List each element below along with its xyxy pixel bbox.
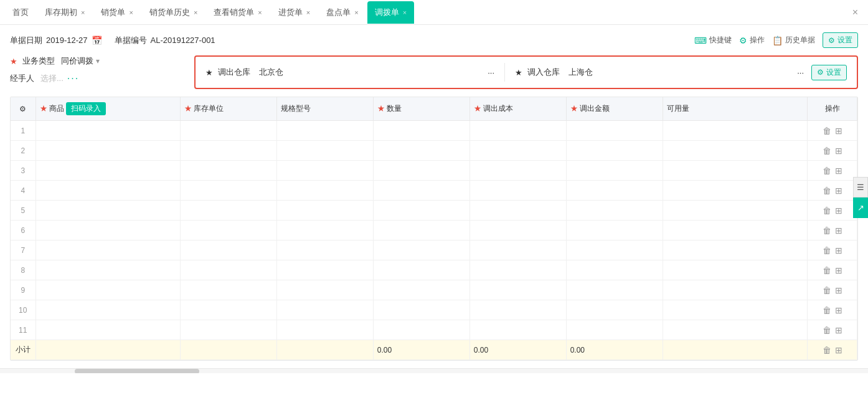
row-available[interactable]	[663, 141, 807, 161]
row-product[interactable]	[35, 181, 180, 201]
tab-sales-history[interactable]: 销货单历史 ×	[142, 1, 205, 24]
transfer-out-more-btn[interactable]: ···	[488, 68, 494, 77]
row-available[interactable]	[663, 221, 807, 240]
copy-row-icon[interactable]: ⊞	[835, 265, 842, 275]
tab-sales-order-close[interactable]: ×	[129, 9, 133, 16]
row-spec[interactable]	[276, 260, 373, 280]
tab-purchase-order-close[interactable]: ×	[306, 9, 310, 16]
delete-row-icon[interactable]: 🗑	[823, 285, 831, 295]
row-available[interactable]	[663, 201, 807, 221]
row-amount[interactable]	[566, 161, 663, 181]
row-unit[interactable]	[180, 161, 276, 181]
row-cost[interactable]	[469, 280, 566, 300]
row-available[interactable]	[663, 181, 807, 201]
row-cost[interactable]	[469, 161, 566, 181]
row-available[interactable]	[663, 280, 807, 300]
row-amount[interactable]	[566, 240, 663, 260]
row-cost[interactable]	[469, 141, 566, 161]
delete-row-icon[interactable]: 🗑	[823, 186, 831, 196]
row-product[interactable]	[35, 121, 180, 141]
operation-btn[interactable]: ⚙ 操作	[739, 35, 765, 45]
row-amount[interactable]	[566, 320, 663, 340]
row-cost[interactable]	[469, 201, 566, 221]
subtotal-copy-icon[interactable]: ⊞	[835, 345, 842, 355]
row-qty[interactable]	[373, 280, 469, 300]
row-unit[interactable]	[180, 300, 276, 320]
transfer-in-more-btn[interactable]: ···	[797, 68, 804, 77]
row-spec[interactable]	[276, 320, 373, 340]
row-qty[interactable]	[373, 161, 469, 181]
row-cost[interactable]	[469, 260, 566, 280]
subtotal-delete-icon[interactable]: 🗑	[823, 345, 831, 355]
handler-placeholder[interactable]: 选择...	[40, 73, 64, 84]
copy-row-icon[interactable]: ⊞	[835, 146, 842, 156]
row-unit[interactable]	[180, 181, 276, 201]
row-product[interactable]	[35, 280, 180, 300]
row-spec[interactable]	[276, 141, 373, 161]
copy-row-icon[interactable]: ⊞	[835, 305, 842, 315]
calendar-icon[interactable]: 📅	[92, 36, 102, 45]
row-qty[interactable]	[373, 121, 469, 141]
scan-entry-btn[interactable]: 扫码录入	[66, 102, 106, 115]
row-available[interactable]	[663, 240, 807, 260]
row-amount[interactable]	[566, 300, 663, 320]
copy-row-icon[interactable]: ⊞	[835, 166, 842, 176]
row-cost[interactable]	[469, 181, 566, 201]
row-qty[interactable]	[373, 181, 469, 201]
right-float-export-btn[interactable]: ↗	[853, 198, 868, 218]
copy-row-icon[interactable]: ⊞	[835, 206, 842, 216]
row-unit[interactable]	[180, 320, 276, 340]
row-amount[interactable]	[566, 221, 663, 240]
row-unit[interactable]	[180, 121, 276, 141]
row-amount[interactable]	[566, 280, 663, 300]
delete-row-icon[interactable]: 🗑	[823, 146, 831, 156]
row-spec[interactable]	[276, 221, 373, 240]
row-unit[interactable]	[180, 221, 276, 240]
row-product[interactable]	[35, 240, 180, 260]
row-available[interactable]	[663, 121, 807, 141]
delete-row-icon[interactable]: 🗑	[823, 305, 831, 315]
row-qty[interactable]	[373, 260, 469, 280]
row-spec[interactable]	[276, 240, 373, 260]
row-available[interactable]	[663, 320, 807, 340]
row-product[interactable]	[35, 300, 180, 320]
row-unit[interactable]	[180, 260, 276, 280]
row-unit[interactable]	[180, 141, 276, 161]
row-available[interactable]	[663, 300, 807, 320]
row-amount[interactable]	[566, 141, 663, 161]
row-product[interactable]	[35, 201, 180, 221]
history-btn[interactable]: 📋 历史单据	[772, 35, 815, 45]
handler-more-btn[interactable]: ···	[67, 73, 79, 84]
row-spec[interactable]	[276, 121, 373, 141]
row-cost[interactable]	[469, 300, 566, 320]
th-settings[interactable]: ⚙	[11, 97, 35, 121]
tab-view-sales-close[interactable]: ×	[258, 9, 262, 16]
copy-row-icon[interactable]: ⊞	[835, 186, 842, 196]
row-amount[interactable]	[566, 181, 663, 201]
close-all-tabs[interactable]: ×	[847, 7, 863, 18]
row-product[interactable]	[35, 260, 180, 280]
right-float-list-btn[interactable]: ☰	[853, 177, 868, 198]
delete-row-icon[interactable]: 🗑	[823, 126, 831, 136]
row-unit[interactable]	[180, 280, 276, 300]
row-spec[interactable]	[276, 181, 373, 201]
tab-purchase-order[interactable]: 进货单 ×	[271, 1, 318, 24]
row-product[interactable]	[35, 141, 180, 161]
delete-row-icon[interactable]: 🗑	[823, 325, 831, 335]
copy-row-icon[interactable]: ⊞	[835, 126, 842, 136]
delete-row-icon[interactable]: 🗑	[823, 206, 831, 216]
tab-view-sales[interactable]: 查看销货单 ×	[206, 1, 269, 24]
row-cost[interactable]	[469, 221, 566, 240]
tab-transfer-close[interactable]: ×	[403, 9, 407, 16]
delete-row-icon[interactable]: 🗑	[823, 245, 831, 255]
row-spec[interactable]	[276, 201, 373, 221]
row-unit[interactable]	[180, 240, 276, 260]
row-available[interactable]	[663, 161, 807, 181]
row-qty[interactable]	[373, 320, 469, 340]
tab-sales-order[interactable]: 销货单 ×	[93, 1, 140, 24]
row-cost[interactable]	[469, 320, 566, 340]
row-cost[interactable]	[469, 240, 566, 260]
warehouse-settings-btn[interactable]: ⚙ 设置	[811, 65, 847, 80]
row-unit[interactable]	[180, 201, 276, 221]
business-type-dropdown-icon[interactable]: ▾	[96, 57, 100, 65]
